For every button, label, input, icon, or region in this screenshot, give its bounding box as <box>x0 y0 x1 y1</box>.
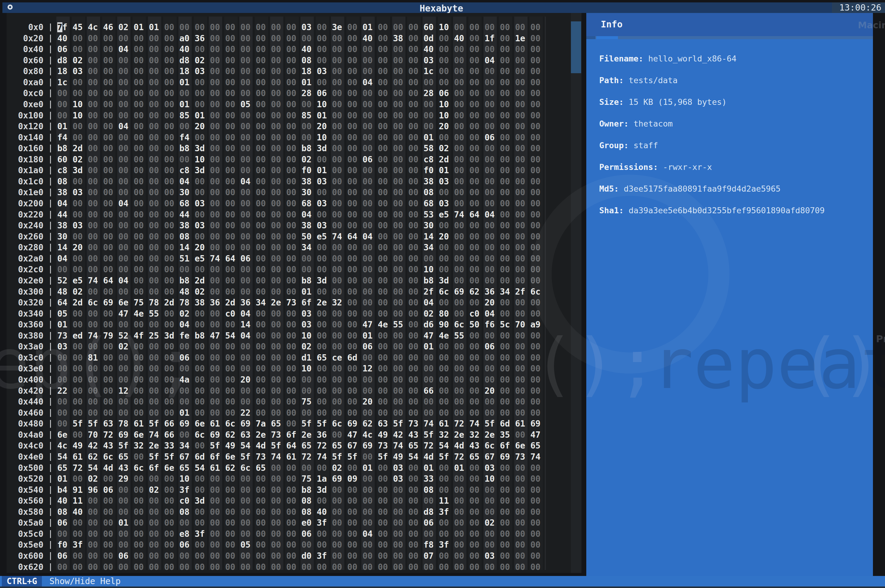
hex-byte[interactable]: 64 <box>286 440 301 452</box>
hex-byte[interactable]: 00 <box>149 495 164 507</box>
hex-byte[interactable]: 00 <box>286 396 301 408</box>
hex-byte[interactable]: 06 <box>363 341 378 352</box>
hex-byte[interactable]: 00 <box>88 408 103 419</box>
hex-byte[interactable]: 14 <box>424 231 439 243</box>
hex-byte[interactable]: 54 <box>88 463 103 474</box>
hex-byte[interactable]: 00 <box>134 363 149 374</box>
hex-byte[interactable]: 00 <box>286 198 301 209</box>
hex-byte[interactable]: 00 <box>149 66 164 77</box>
hex-byte[interactable]: 74 <box>88 330 103 342</box>
hex-byte[interactable]: 38 <box>424 176 439 188</box>
hex-byte[interactable]: 00 <box>103 319 119 330</box>
hex-byte[interactable]: 78 <box>149 297 164 309</box>
hex-byte[interactable]: 3d <box>164 330 179 342</box>
hex-byte[interactable]: 00 <box>103 507 119 518</box>
hex-byte[interactable]: 00 <box>393 363 409 374</box>
hex-byte[interactable]: 00 <box>88 165 103 176</box>
hex-byte[interactable]: 00 <box>103 518 119 529</box>
hex-byte[interactable]: 43 <box>408 429 424 441</box>
hex-byte[interactable]: 00 <box>454 154 469 165</box>
hex-byte[interactable]: 00 <box>515 154 530 165</box>
hex-byte[interactable]: b8 <box>301 275 317 286</box>
hex-byte[interactable]: 00 <box>179 154 195 165</box>
hex-byte[interactable]: 00 <box>255 518 271 529</box>
hex-byte[interactable]: 00 <box>240 264 256 275</box>
hex-byte[interactable]: 33 <box>424 474 439 484</box>
hex-byte[interactable]: 00 <box>271 77 286 88</box>
hex-byte[interactable]: 00 <box>469 121 485 132</box>
hex-byte[interactable]: 00 <box>57 363 73 374</box>
hex-byte[interactable]: 00 <box>515 254 530 264</box>
hex-byte[interactable]: 00 <box>164 309 179 320</box>
hex-byte[interactable]: 00 <box>149 44 164 55</box>
hex-byte[interactable]: 00 <box>119 540 134 550</box>
hex-byte[interactable]: 00 <box>454 88 469 99</box>
hex-byte[interactable]: 05 <box>57 309 73 320</box>
hex-byte[interactable]: 00 <box>210 374 225 386</box>
hex-byte[interactable]: 00 <box>408 231 424 243</box>
hex-byte[interactable]: 00 <box>286 286 301 298</box>
hex-byte[interactable]: 00 <box>164 562 179 573</box>
hex-byte[interactable]: 01 <box>57 474 73 484</box>
hex-byte[interactable]: 00 <box>149 176 164 188</box>
hex-byte[interactable]: 00 <box>119 143 134 154</box>
hex-byte[interactable]: 00 <box>393 121 409 132</box>
hex-byte[interactable]: 00 <box>210 507 225 518</box>
hex-byte[interactable]: 00 <box>347 484 363 496</box>
hex-byte[interactable]: 00 <box>347 110 363 122</box>
hex-byte[interactable]: 69 <box>179 418 195 429</box>
hex-byte[interactable]: 00 <box>134 110 149 122</box>
hex-byte[interactable]: 00 <box>240 286 256 298</box>
hex-byte[interactable]: 00 <box>149 352 164 364</box>
hex-byte[interactable]: 00 <box>439 341 454 352</box>
hex-byte[interactable]: 00 <box>454 198 469 209</box>
hex-byte[interactable]: 00 <box>103 286 119 298</box>
hex-byte[interactable]: 00 <box>363 44 378 55</box>
hex-byte[interactable]: 06 <box>57 518 73 529</box>
hex-byte[interactable]: 10 <box>73 110 88 122</box>
hex-byte[interactable]: 00 <box>301 540 317 550</box>
hex-byte[interactable]: 03 <box>57 341 73 352</box>
hex-byte[interactable]: 00 <box>515 121 530 132</box>
hex-byte[interactable]: 00 <box>378 463 393 474</box>
hex-byte[interactable]: 00 <box>424 529 439 540</box>
hex-byte[interactable]: 00 <box>515 474 530 484</box>
hex-byte[interactable]: 00 <box>149 396 164 408</box>
hex-byte[interactable]: 00 <box>439 44 454 55</box>
hex-byte[interactable]: 00 <box>393 143 409 154</box>
hex-byte[interactable]: 00 <box>149 220 164 231</box>
hex-byte[interactable]: f0 <box>57 540 73 550</box>
hex-byte[interactable]: 73 <box>255 452 271 463</box>
hex-byte[interactable]: 00 <box>393 165 409 176</box>
hex-byte[interactable]: 00 <box>530 474 545 484</box>
hex-byte[interactable]: 00 <box>255 309 271 320</box>
hex-byte[interactable]: 00 <box>393 275 409 286</box>
hex-byte[interactable]: 00 <box>469 396 485 408</box>
hex-byte[interactable]: 00 <box>500 209 515 220</box>
hex-byte[interactable]: 03 <box>393 474 409 484</box>
hex-byte[interactable]: 00 <box>164 254 179 264</box>
hex-byte[interactable]: 04 <box>119 275 134 286</box>
hex-byte[interactable]: 00 <box>469 550 485 562</box>
hex-byte[interactable]: 00 <box>210 529 225 540</box>
hex-byte[interactable]: 00 <box>485 110 500 122</box>
hex-byte[interactable]: 00 <box>134 176 149 188</box>
hex-byte[interactable]: 00 <box>164 374 179 386</box>
hex-byte[interactable]: 00 <box>500 540 515 550</box>
hex-byte[interactable]: 68 <box>424 198 439 209</box>
hex-byte[interactable]: 00 <box>515 275 530 286</box>
hex-byte[interactable]: 00 <box>271 518 286 529</box>
hex-byte[interactable]: 2e <box>149 440 164 452</box>
hex-byte[interactable]: 64 <box>469 209 485 220</box>
hex-byte[interactable]: 02 <box>119 22 134 33</box>
hex-byte[interactable]: 00 <box>378 110 393 122</box>
hex-byte[interactable]: 00 <box>393 154 409 165</box>
hex-byte[interactable]: 00 <box>225 187 240 198</box>
hex-byte[interactable]: 50 <box>469 319 485 330</box>
hex-byte[interactable]: 00 <box>119 66 134 77</box>
hex-byte[interactable]: 4d <box>255 440 271 452</box>
hex-byte[interactable]: 00 <box>271 55 286 66</box>
hex-byte[interactable]: 6c <box>134 463 149 474</box>
hex-byte[interactable]: 80 <box>439 309 454 320</box>
hex-byte[interactable]: 00 <box>500 463 515 474</box>
